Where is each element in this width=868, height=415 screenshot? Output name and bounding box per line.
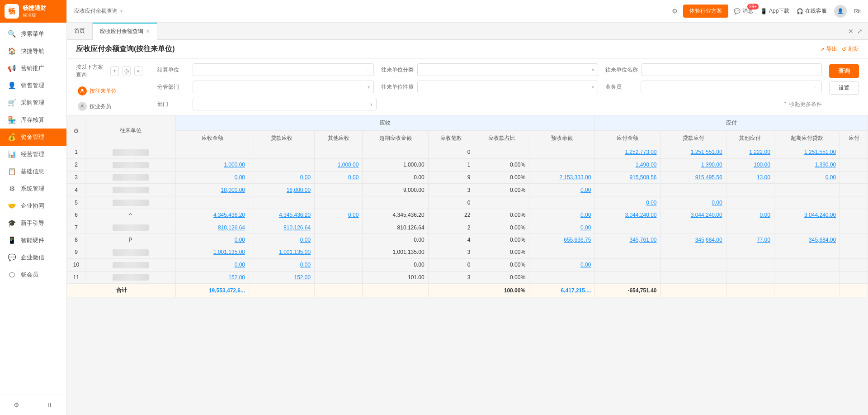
table-cell[interactable]: 0.00	[595, 196, 660, 209]
tab-ar-ap[interactable]: 应收应付余额查询 ✕	[93, 23, 157, 40]
table-cell[interactable]: 100.00	[726, 158, 774, 171]
sidebar-item-purchase[interactable]: 🛒 采购管理	[0, 94, 66, 111]
table-cell[interactable]: 0.00	[529, 209, 595, 221]
sidebar-item-inventory[interactable]: 🏪 库存核算	[0, 111, 66, 129]
table-cell[interactable]: 0.00	[249, 234, 315, 246]
collapse-btn[interactable]: ⌃ 收起更多条件	[783, 100, 822, 108]
message-btn[interactable]: 💬 消息 99+	[734, 7, 753, 15]
summary-ar-prepay[interactable]: 6,417,215....	[529, 284, 595, 297]
filter-settings-icon[interactable]: ◎	[123, 66, 131, 76]
table-cell[interactable]: 1,222.00	[726, 146, 774, 159]
table-cell[interactable]: 1,000.00	[176, 158, 249, 171]
table-cell[interactable]: 1,001,135.00	[249, 246, 315, 258]
sub-nav-by-staff[interactable]: 按业务员	[76, 100, 142, 113]
sidebar-item-guide[interactable]: 🎓 新手引导	[0, 215, 66, 232]
app-download-btn[interactable]: 📱 App下载	[760, 7, 789, 15]
sub-nav-by-unit[interactable]: 按往来单位	[76, 84, 142, 98]
sidebar-item-system[interactable]: ⚙ 系统管理	[0, 180, 66, 197]
table-cell[interactable]: 4,345,436.20	[249, 209, 315, 221]
table-cell[interactable]: 1,001,135.00	[176, 246, 249, 258]
table-cell[interactable]: 0.00	[176, 171, 249, 184]
table-cell[interactable]: 0.00	[249, 171, 315, 184]
table-cell[interactable]: 810,126.64	[249, 221, 315, 234]
table-cell[interactable]: 0.00	[660, 196, 726, 209]
header-gear-icon[interactable]: ⚙	[672, 7, 678, 15]
table-cell[interactable]: 1,390.00	[774, 158, 840, 171]
settlement-unit-input[interactable]: ···	[193, 63, 374, 76]
table-cell[interactable]: 655,636.75	[529, 234, 595, 246]
refresh-button[interactable]: ↺ 刷新	[842, 45, 859, 53]
table-cell[interactable]: 0.00	[249, 258, 315, 271]
table-scroll[interactable]: ⚙ 往来单位 应收 应付 应收金额 贷款应收 其他应收 超期应收金额 应收笔数	[67, 115, 868, 415]
unit-category-select[interactable]: ▾	[417, 63, 598, 76]
query-button[interactable]: 查询	[829, 64, 859, 78]
department-select[interactable]: ▾	[193, 98, 377, 110]
sidebar-item-cooperation[interactable]: 🤝 企业协同	[0, 197, 66, 215]
tab-maximize-icon[interactable]: ⤢	[857, 28, 863, 35]
table-cell[interactable]: 0.00	[315, 209, 363, 221]
setting-button[interactable]: 设置	[829, 81, 859, 95]
table-cell[interactable]: 1,000.00	[315, 158, 363, 171]
table-cell[interactable]: 915,495.56	[660, 171, 726, 184]
table-cell[interactable]: 0.00	[315, 171, 363, 184]
sidebar-item-search[interactable]: 🔍 搜索菜单	[0, 25, 66, 43]
tab-close-window-icon[interactable]: ✕	[848, 28, 854, 35]
table-cell: 3	[428, 246, 474, 258]
table-cell[interactable]: 18,000.00	[176, 184, 249, 196]
summary-ar-amount[interactable]: 19,553,472,6...	[176, 284, 249, 297]
filter-add-btn[interactable]: +	[110, 66, 118, 76]
sidebar-item-hardware[interactable]: 📱 智能硬件	[0, 232, 66, 249]
table-cell[interactable]: 0.00	[726, 209, 774, 221]
table-cell[interactable]: 0.00	[774, 171, 840, 184]
table-cell[interactable]: 18,000.00	[249, 184, 315, 196]
table-cell	[595, 258, 660, 271]
table-config-icon[interactable]: ⚙	[73, 127, 79, 134]
dept-arrow: ▾	[368, 85, 370, 90]
sidebar-settings-btn[interactable]: ⚙	[11, 399, 22, 411]
sidebar-collapse-btn[interactable]: ⏸	[44, 399, 56, 411]
table-cell[interactable]: 345,684.00	[660, 234, 726, 246]
table-cell[interactable]: 345,684.00	[774, 234, 840, 246]
user-avatar[interactable]: 👤	[834, 5, 847, 18]
table-cell[interactable]: 1,251,551.00	[774, 146, 840, 159]
sidebar-item-sales[interactable]: 👤 销售管理	[0, 77, 66, 94]
table-cell[interactable]: 1,252,773.00	[595, 146, 660, 159]
sidebar-item-operations[interactable]: 📊 经营管理	[0, 146, 66, 163]
sidebar-item-basic[interactable]: 📋 基础信息	[0, 163, 66, 180]
tab-home[interactable]: 首页	[67, 23, 93, 40]
filter-collapse-icon[interactable]: «	[134, 66, 142, 76]
table-cell[interactable]: 4,345,436.20	[176, 209, 249, 221]
table-cell[interactable]: 77.00	[726, 234, 774, 246]
table-cell[interactable]: 3,044,240.00	[774, 209, 840, 221]
sidebar-item-member[interactable]: ⬡ 畅会员	[0, 266, 66, 283]
table-cell[interactable]: 0.00	[529, 221, 595, 234]
dept-select[interactable]: ▾	[193, 81, 374, 93]
unit-name-input[interactable]	[642, 63, 822, 76]
table-cell[interactable]: 152.00	[249, 271, 315, 284]
sidebar-item-finance[interactable]: 💰 资金管理	[0, 129, 66, 146]
trial-button[interactable]: 体验行业方案	[683, 5, 728, 18]
table-cell[interactable]: 3,044,240.00	[660, 209, 726, 221]
table-cell[interactable]: 0.00	[529, 258, 595, 271]
table-cell[interactable]: 0.00	[529, 184, 595, 196]
salesperson-input[interactable]: ···	[641, 81, 822, 93]
table-cell[interactable]: 1,251,551.00	[660, 146, 726, 159]
tab-close-icon[interactable]: ✕	[146, 29, 150, 34]
table-cell[interactable]: 3,044,240.00	[595, 209, 660, 221]
online-service-btn[interactable]: 🎧 在线客服	[797, 7, 827, 15]
table-cell[interactable]: 0.00	[176, 258, 249, 271]
table-cell[interactable]: 152.00	[176, 271, 249, 284]
export-button[interactable]: ↗ 导出	[820, 45, 837, 53]
table-cell[interactable]: 2,153,333.00	[529, 171, 595, 184]
table-cell[interactable]: 915,508.56	[595, 171, 660, 184]
sidebar-item-quicknav[interactable]: 🏠 快捷导航	[0, 43, 66, 60]
table-cell[interactable]: 1,490.00	[595, 158, 660, 171]
table-cell[interactable]: 345,761.00	[595, 234, 660, 246]
sidebar-item-marketing[interactable]: 📢 营销推广	[0, 60, 66, 77]
table-cell[interactable]: 0.00	[176, 234, 249, 246]
table-cell[interactable]: 810,126.64	[176, 221, 249, 234]
unit-nature-select[interactable]: ▾	[417, 81, 598, 93]
sidebar-item-wechat[interactable]: 💬 企业微信	[0, 249, 66, 266]
table-cell[interactable]: 13.00	[726, 171, 774, 184]
table-cell[interactable]: 1,390.00	[660, 158, 726, 171]
